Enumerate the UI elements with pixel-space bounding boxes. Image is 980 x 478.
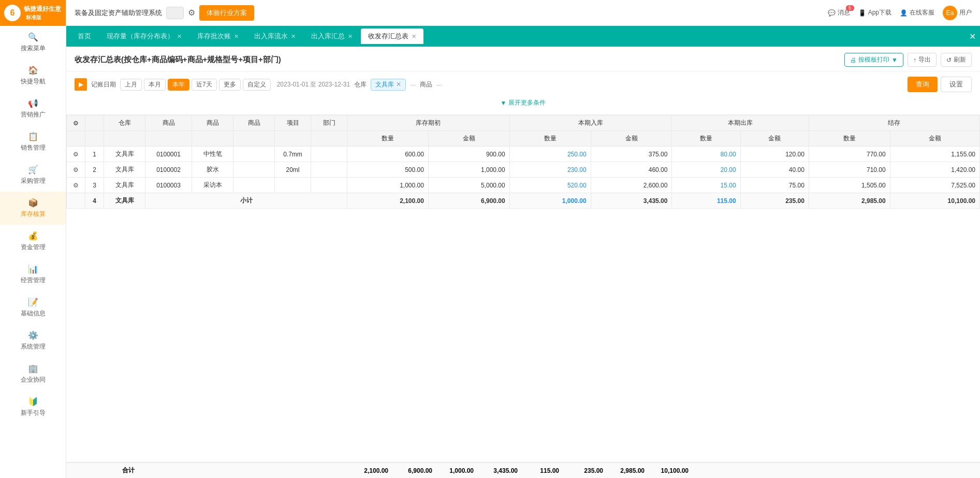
- sidebar-label-basic-info: 基础信息: [21, 309, 46, 318]
- row-in-qty-0[interactable]: 250.00: [509, 147, 591, 162]
- subtotal-out-qty[interactable]: 115.00: [672, 193, 740, 209]
- user-item[interactable]: Ea 用户: [943, 6, 972, 20]
- date-btn-2[interactable]: 本年: [168, 79, 189, 91]
- sidebar-label-purchase: 采购管理: [21, 177, 46, 185]
- col-header-settings[interactable]: ⚙: [67, 115, 85, 131]
- settings-button[interactable]: 设置: [941, 77, 972, 92]
- tab-inout-flow[interactable]: 出入库流水✕: [247, 28, 303, 44]
- sidebar-label-system: 系统管理: [21, 342, 46, 351]
- app-download-label: App下载: [868, 8, 891, 17]
- row-out-qty-1[interactable]: 20.00: [672, 162, 740, 178]
- subtotal-in-qty[interactable]: 1,000.00: [509, 193, 591, 209]
- tab-recv-send[interactable]: 收发存汇总表✕: [361, 28, 423, 44]
- row-opening-qty-0: 600.00: [347, 147, 429, 162]
- tab-inout-summary[interactable]: 出入库汇总✕: [304, 28, 360, 44]
- sidebar-item-quick-nav[interactable]: 🏠快捷导航: [0, 59, 66, 92]
- page-title: 收发存汇总表(按仓库+商品编码+商品+规格型号+项目+部门): [75, 55, 281, 65]
- messages-badge: 6: [846, 5, 854, 11]
- row-out-amt-2: 75.00: [740, 178, 809, 193]
- footer-in-amt: 3,435.00: [478, 467, 522, 474]
- sidebar-item-guide[interactable]: 🔰新手引导: [0, 390, 66, 424]
- row-bal-amt-1: 1,420.00: [890, 162, 979, 178]
- online-support-item[interactable]: 👤 在线客服: [900, 8, 934, 17]
- refresh-button[interactable]: ↺ 刷新: [941, 53, 972, 67]
- tab-bar: 首页现存量（库存分布表）✕库存批次账✕出入库流水✕出入库汇总✕收发存汇总表✕ ✕: [66, 26, 980, 47]
- subtotal-label: 小计: [145, 193, 347, 209]
- warehouse-tag-close[interactable]: ✕: [396, 81, 401, 88]
- data-table: ⚙ 仓库 商品 商品 商品 项目 部门 库存期初 本期入库 本期出库 结存: [66, 115, 980, 209]
- date-btn-1[interactable]: 本月: [144, 79, 166, 91]
- tab-inventory[interactable]: 现存量（库存分布表）✕: [99, 28, 189, 44]
- query-button[interactable]: 查询: [908, 77, 938, 92]
- col-sub-opening-amt: 金额: [428, 131, 509, 147]
- export-button[interactable]: ↑ 导出: [908, 53, 937, 67]
- warehouse-tag: 文具库 ✕: [371, 79, 406, 91]
- tab-label-home: 首页: [78, 32, 91, 41]
- date-btn-4[interactable]: 更多: [219, 79, 241, 91]
- col-sub-project: [311, 131, 347, 147]
- download-icon: 📱: [858, 9, 866, 17]
- page-content: 收发存汇总表(按仓库+商品编码+商品+规格型号+项目+部门) 🖨 按模板打印 ▼…: [66, 47, 980, 478]
- row-settings-1[interactable]: ⚙: [67, 162, 85, 178]
- tab-batch[interactable]: 库存批次账✕: [190, 28, 246, 44]
- footer-bal-qty: 2,985.00: [607, 467, 649, 474]
- filter-expand-button[interactable]: ▶: [75, 78, 87, 91]
- date-btn-5[interactable]: 自定义: [243, 79, 271, 91]
- sidebar-item-operations[interactable]: 📊经营管理: [0, 258, 66, 291]
- row-settings-0[interactable]: ⚙: [67, 147, 85, 162]
- date-btn-0[interactable]: 上月: [120, 79, 142, 91]
- row-out-amt-1: 40.00: [740, 162, 809, 178]
- footer-label: 合计: [108, 466, 149, 475]
- app-download-item[interactable]: 📱 App下载: [858, 8, 891, 17]
- sidebar-item-finance[interactable]: 💰资金管理: [0, 225, 66, 258]
- settings-icon[interactable]: ⚙: [188, 8, 195, 18]
- system-selector[interactable]: [166, 7, 184, 19]
- row-settings-2[interactable]: ⚙: [67, 178, 85, 193]
- col-sub-goods1: [192, 131, 233, 147]
- print-icon: 🖨: [850, 56, 856, 64]
- tab-home[interactable]: 首页: [70, 28, 98, 44]
- warehouse-ellipsis[interactable]: ···: [410, 81, 416, 89]
- tab-label-inout-summary: 出入库汇总: [311, 32, 345, 41]
- sidebar-item-enterprise[interactable]: 🏢企业协同: [0, 357, 66, 390]
- row-out-qty-0[interactable]: 80.00: [672, 147, 740, 162]
- sidebar-item-system[interactable]: ⚙️系统管理: [0, 324, 66, 357]
- filter-row-1: ▶ 记账日期 上月本月本年近7天更多自定义 2023-01-01 至 2023-…: [75, 77, 972, 92]
- tab-close-inout-flow[interactable]: ✕: [291, 33, 296, 40]
- row-warehouse-2: 文具库: [104, 178, 145, 193]
- row-warehouse-0: 文具库: [104, 147, 145, 162]
- sidebar-icon-finance: 💰: [28, 231, 38, 241]
- sidebar-item-inventory-mgmt[interactable]: 📦库存核算: [0, 192, 66, 225]
- col-sub-out-amt: 金额: [740, 131, 809, 147]
- goods-ellipsis[interactable]: ···: [436, 81, 442, 89]
- tab-close-batch[interactable]: ✕: [234, 33, 239, 40]
- col-sub-warehouse: [104, 131, 145, 147]
- footer-opening-amt: 6,900.00: [392, 467, 436, 474]
- tab-close-inventory[interactable]: ✕: [177, 33, 182, 40]
- chevron-down-icon: ▼: [501, 99, 507, 107]
- date-btn-3[interactable]: 近7天: [192, 79, 217, 91]
- print-button[interactable]: 🖨 按模板打印 ▼: [844, 53, 903, 67]
- tab-bar-close[interactable]: ✕: [969, 32, 976, 41]
- table-row: ⚙ 3 文具库 0100003 采访本 1,000.00 5,000.00 52…: [67, 178, 980, 193]
- messages-item[interactable]: 💬 消息 6: [828, 8, 850, 17]
- col-header-warehouse: 仓库: [104, 115, 145, 131]
- expand-more[interactable]: ▼ 展开更多条件: [75, 96, 972, 109]
- table-footer: 合计 2,100.00 6,900.00 1,000.00 3,435.00 1…: [66, 462, 980, 478]
- row-out-qty-2[interactable]: 15.00: [672, 178, 740, 193]
- tab-close-recv-send[interactable]: ✕: [412, 33, 416, 40]
- sidebar-icon-basic-info: 📝: [28, 297, 38, 307]
- sidebar-item-marketing[interactable]: 📢营销推广: [0, 92, 66, 125]
- col-header-balance-group: 结存: [809, 115, 979, 131]
- date-range: 2023-01-01 至 2023-12-31: [277, 80, 350, 89]
- sidebar-item-search[interactable]: 🔍搜索菜单: [0, 26, 66, 59]
- row-in-qty-2[interactable]: 520.00: [509, 178, 591, 193]
- row-in-qty-1[interactable]: 230.00: [509, 162, 591, 178]
- trial-button[interactable]: 体验行业方案: [199, 5, 254, 21]
- sidebar-item-sales[interactable]: 📋销售管理: [0, 125, 66, 158]
- sidebar-item-basic-info[interactable]: 📝基础信息: [0, 291, 66, 324]
- main-area: 装备及固定资产辅助管理系统 ⚙ 体验行业方案 💬 消息 6 📱 App下载 👤 …: [66, 0, 980, 478]
- tab-label-recv-send: 收发存汇总表: [368, 32, 408, 41]
- sidebar-item-purchase[interactable]: 🛒采购管理: [0, 158, 66, 192]
- tab-close-inout-summary[interactable]: ✕: [348, 33, 353, 40]
